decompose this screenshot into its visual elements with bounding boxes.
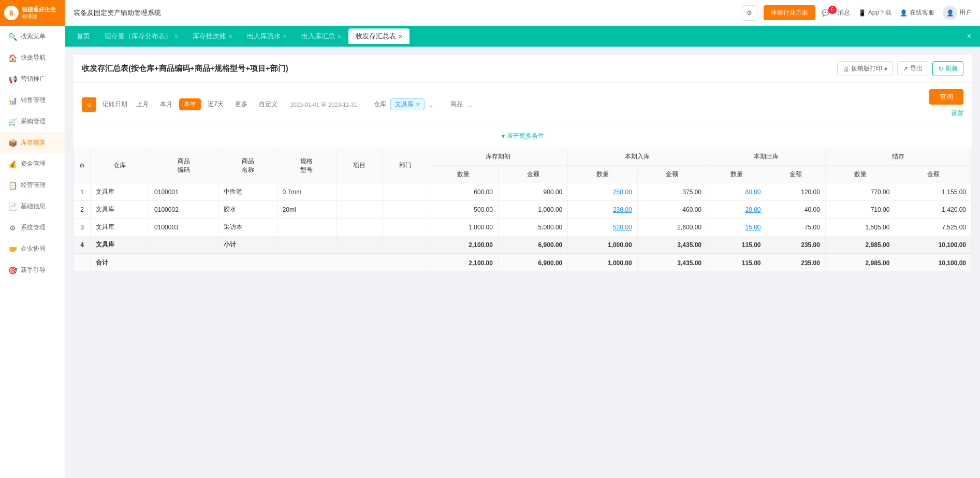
settings-link[interactable]: 设置 [951, 107, 963, 120]
tabbar: 首页 现存量（库存分布表） ✕ 库存批次账 ✕ 出入库流水 ✕ 出入库汇总 ✕ … [65, 26, 980, 47]
online-service-label: 在线客服 [910, 8, 934, 17]
sidebar-item-purchase[interactable]: 🛒 采购管理 [0, 111, 65, 132]
row-out-qty: 20.00 [707, 201, 766, 219]
row-name: 中性笔 [218, 183, 277, 201]
tab-inout-flow-close[interactable]: ✕ [283, 34, 287, 39]
col-out-header: 本期出库 [707, 148, 826, 166]
table-wrapper: ⚙ 仓库 商品编码 商品名称 规格型号 项目 部门 库存期初 本期入库 本期出库… [74, 148, 972, 272]
date-btn-more[interactable]: 更多 [230, 98, 252, 110]
row-dept [383, 236, 429, 254]
system-icon: ⚙ [8, 224, 17, 232]
tab-receipt-summary-close[interactable]: ✕ [398, 34, 402, 39]
tab-batch-ledger-close[interactable]: ✕ [228, 34, 232, 39]
col-in-amt: 金额 [637, 166, 707, 183]
sidebar-item-inventory[interactable]: 📦 库存核算 [0, 132, 65, 153]
sidebar-item-basic-info[interactable]: 📄 基础信息 [0, 196, 65, 217]
filter-toggle-button[interactable]: « [82, 97, 96, 112]
print-label: 拨销版打印 [851, 64, 882, 73]
try-industry-button[interactable]: 体验行业方案 [764, 5, 815, 20]
warehouse-tag-close[interactable]: ✕ [416, 102, 420, 107]
col-spec-header: 规格型号 [277, 148, 336, 183]
topbar-settings-button[interactable]: ⚙ [742, 5, 757, 21]
row-out-qty-link[interactable]: 80.00 [745, 189, 760, 196]
page-header: 收发存汇总表(按仓库+商品编码+商品+规格型号+项目+部门) 🖨 拨销版打印 ▾… [74, 55, 972, 83]
row-in-qty-link[interactable]: 250.00 [613, 189, 632, 196]
row-in-amt: 460.00 [637, 201, 707, 219]
sidebar-item-system[interactable]: ⚙ 系统管理 [0, 217, 65, 238]
col-warehouse-header: 仓库 [91, 148, 149, 183]
row-opening-qty: 2,100.00 [429, 236, 498, 254]
sidebar-item-finance[interactable]: 💰 资金管理 [0, 153, 65, 175]
row-spec [277, 236, 336, 254]
date-btn-this-month[interactable]: 本月 [155, 98, 177, 110]
sales-icon: 📊 [8, 96, 17, 105]
sidebar-item-operations[interactable]: 📋 经营管理 [0, 175, 65, 196]
tab-batch-ledger[interactable]: 库存批次账 ✕ [185, 28, 240, 44]
date-btn-custom[interactable]: 自定义 [254, 98, 282, 110]
row-name: 采访本 [218, 219, 277, 236]
col-closing-amt: 金额 [895, 166, 972, 183]
tab-receipt-summary[interactable]: 收发存汇总表 ✕ [348, 28, 409, 44]
row-opening-qty: 1,000.00 [429, 219, 498, 236]
tab-home[interactable]: 首页 [69, 28, 97, 44]
row-code: 0100002 [149, 201, 218, 219]
query-button[interactable]: 查询 [929, 89, 963, 105]
footer-in-qty: 1,000.00 [568, 254, 637, 272]
tab-inout-summary-close[interactable]: ✕ [337, 34, 341, 39]
refresh-button[interactable]: ↻ 刷新 [932, 61, 963, 76]
user-item[interactable]: 👤 用户 [943, 6, 972, 20]
sidebar-item-marketing[interactable]: 📢 营销推广 [0, 68, 65, 90]
sidebar-item-quick-nav[interactable]: 🏠 快捷导航 [0, 47, 65, 68]
table-row: 1文具库0100001中性笔0.7mm600.00900.00250.00375… [74, 183, 972, 201]
print-button[interactable]: 🖨 拨销版打印 ▾ [837, 61, 893, 76]
row-warehouse: 文具库 [91, 183, 149, 201]
row-out-qty-link[interactable]: 15.00 [745, 224, 760, 231]
inventory-icon: 📦 [8, 139, 17, 147]
row-closing-qty: 710.00 [825, 201, 895, 219]
sidebar-item-enterprise[interactable]: 🤝 企业协同 [0, 238, 65, 259]
data-table: ⚙ 仓库 商品编码 商品名称 规格型号 项目 部门 库存期初 本期入库 本期出库… [74, 148, 972, 272]
date-btn-7days[interactable]: 近7天 [203, 98, 228, 110]
tab-inout-flow[interactable]: 出入库流水 ✕ [240, 28, 294, 44]
row-warehouse: 文具库 [91, 201, 149, 219]
date-options: 上月 本月 本年 近7天 更多 自定义 [131, 98, 282, 110]
topbar: 装备及固定资产辅助管理系统 ⚙ 体验行业方案 💬 6 消息 📱 App下载 👤 … [65, 0, 980, 26]
row-out-qty-link[interactable]: 20.00 [745, 206, 760, 213]
sidebar-item-sales[interactable]: 📊 销售管理 [0, 90, 65, 111]
export-button[interactable]: ↗ 导出 [897, 61, 928, 76]
operations-icon: 📋 [8, 181, 17, 190]
col-settings[interactable]: ⚙ [74, 148, 91, 183]
row-in-amt: 375.00 [637, 183, 707, 201]
row-no: 3 [74, 219, 91, 236]
row-in-qty-link[interactable]: 520.00 [613, 224, 632, 231]
main-content: 收发存汇总表(按仓库+商品编码+商品+规格型号+项目+部门) 🖨 拨销版打印 ▾… [65, 47, 980, 478]
close-all-tabs-button[interactable]: ✕ [962, 33, 976, 40]
row-out-amt: 75.00 [766, 219, 825, 236]
tab-inventory-dist[interactable]: 现存量（库存分布表） ✕ [97, 28, 185, 44]
sidebar-item-search[interactable]: 🔍 搜索菜单 [0, 26, 65, 47]
export-label: 导出 [910, 64, 923, 73]
sidebar-item-sales-label: 销售管理 [21, 96, 46, 105]
notifications-item[interactable]: 💬 6 消息 [822, 8, 850, 17]
user-label: 用户 [959, 8, 972, 17]
tab-inout-summary[interactable]: 出入库汇总 ✕ [294, 28, 348, 44]
row-in-qty-link[interactable]: 230.00 [613, 206, 632, 213]
col-closing-header: 结存 [825, 148, 971, 166]
warehouse-filter-ellipsis[interactable]: ... [429, 101, 434, 108]
goods-filter-ellipsis[interactable]: ... [467, 101, 472, 108]
phone-icon: 📱 [858, 9, 866, 17]
row-in-amt: 2,600.00 [637, 219, 707, 236]
print-chevron-icon: ▾ [884, 65, 887, 73]
row-code: 0100003 [149, 219, 218, 236]
col-opening-qty: 数量 [429, 166, 498, 183]
app-download-item[interactable]: 📱 App下载 [858, 8, 891, 17]
tab-inventory-dist-close[interactable]: ✕ [174, 34, 178, 39]
date-btn-last-month[interactable]: 上月 [131, 98, 153, 110]
home-icon: 🏠 [8, 54, 17, 62]
online-service-item[interactable]: 👤 在线客服 [900, 8, 934, 17]
row-no: 1 [74, 183, 91, 201]
date-btn-this-year[interactable]: 本年 [179, 98, 201, 110]
tab-inventory-dist-label: 现存量（库存分布表） [105, 32, 172, 41]
sidebar-item-guide[interactable]: 🎯 新手引导 [0, 259, 65, 281]
expand-conditions-button[interactable]: ▾ 展开更多条件 [498, 129, 548, 142]
